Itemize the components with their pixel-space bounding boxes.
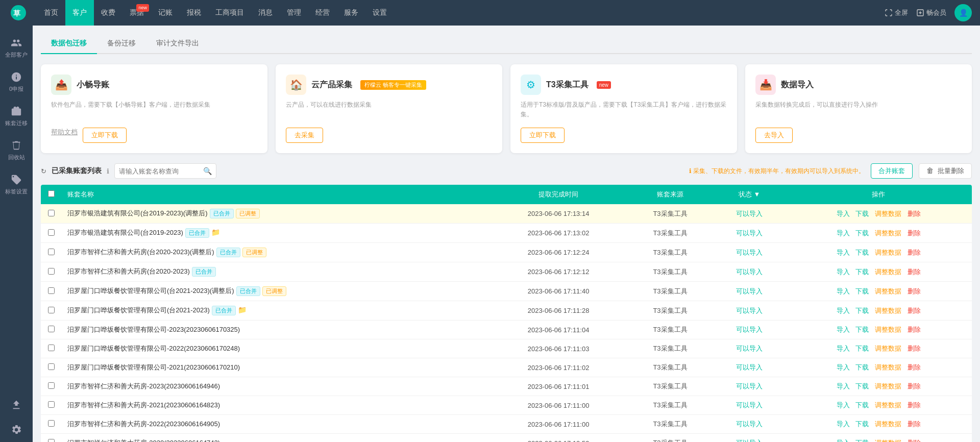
import-action[interactable]: 导入	[837, 401, 850, 409]
tab-backup-migration[interactable]: 备份迁移	[97, 34, 146, 54]
sidebar-item-migrate[interactable]: 账套迁移	[0, 99, 33, 133]
import-action[interactable]: 导入	[837, 382, 850, 390]
adjust-action[interactable]: 调整数据	[875, 401, 901, 409]
search-input[interactable]	[119, 167, 203, 175]
delete-action[interactable]: 删除	[908, 439, 921, 442]
adjust-action[interactable]: 调整数据	[875, 287, 901, 295]
download-action[interactable]: 下载	[855, 345, 869, 352]
adjust-action[interactable]: 调整数据	[875, 307, 901, 314]
row-checkbox[interactable]	[48, 326, 55, 332]
delete-action[interactable]: 删除	[908, 382, 921, 390]
sidebar-item-settings[interactable]	[10, 418, 22, 442]
row-checkbox[interactable]	[48, 287, 55, 294]
user-avatar[interactable]: 👤	[954, 4, 972, 21]
nav-billing[interactable]: 收费	[94, 0, 122, 26]
delete-action[interactable]: 删除	[908, 307, 921, 314]
delete-action[interactable]: 删除	[908, 326, 921, 333]
delete-action[interactable]: 删除	[908, 229, 921, 237]
download-action[interactable]: 下载	[855, 439, 869, 442]
collect-button-cloud[interactable]: 去采集	[286, 128, 323, 143]
download-action[interactable]: 下载	[855, 420, 869, 428]
nav-manage[interactable]: 管理	[280, 0, 308, 26]
row-checkbox[interactable]	[48, 439, 55, 442]
sidebar-item-zero-declare[interactable]: 0申报	[0, 65, 33, 99]
download-now-button-xiaochange[interactable]: 立即下载	[83, 128, 127, 143]
nav-accounting[interactable]: 记账	[151, 0, 180, 26]
import-action[interactable]: 导入	[837, 326, 850, 333]
delete-action[interactable]: 删除	[908, 420, 921, 428]
row-checkbox[interactable]	[48, 210, 55, 216]
download-action[interactable]: 下载	[855, 326, 869, 333]
import-action[interactable]: 导入	[837, 210, 850, 217]
download-action[interactable]: 下载	[855, 268, 869, 276]
folder-icon[interactable]: 📁	[211, 228, 220, 236]
delete-action[interactable]: 删除	[908, 401, 921, 409]
download-action[interactable]: 下载	[855, 307, 869, 314]
delete-action[interactable]: 删除	[908, 287, 921, 295]
nav-customer[interactable]: 客户	[65, 0, 94, 26]
import-action[interactable]: 导入	[837, 420, 850, 428]
adjust-action[interactable]: 调整数据	[875, 249, 901, 256]
row-checkbox[interactable]	[48, 268, 55, 275]
import-action[interactable]: 导入	[837, 249, 850, 256]
adjust-action[interactable]: 调整数据	[875, 268, 901, 276]
delete-action[interactable]: 删除	[908, 249, 921, 256]
nav-message[interactable]: 消息	[251, 0, 280, 26]
delete-action[interactable]: 删除	[908, 363, 921, 371]
member-button[interactable]: 畅会员	[916, 8, 946, 17]
tab-audit-export[interactable]: 审计文件导出	[146, 34, 209, 54]
row-checkbox[interactable]	[48, 249, 55, 255]
app-logo[interactable]: 草	[8, 3, 29, 23]
info-icon[interactable]: ℹ	[107, 167, 109, 175]
help-doc-link[interactable]: 帮助文档	[51, 128, 78, 143]
tab-data-migration[interactable]: 数据包迁移	[41, 34, 97, 54]
row-checkbox[interactable]	[48, 420, 55, 427]
nav-settings[interactable]: 设置	[365, 0, 394, 26]
adjust-action[interactable]: 调整数据	[875, 382, 901, 390]
row-checkbox[interactable]	[48, 382, 55, 389]
col-status[interactable]: 状态 ▼	[714, 185, 786, 204]
row-checkbox[interactable]	[48, 401, 55, 408]
row-checkbox[interactable]	[48, 307, 55, 313]
nav-invoice[interactable]: 票据 new	[122, 0, 151, 26]
sidebar-item-recycle[interactable]: 回收站	[0, 133, 33, 167]
import-action[interactable]: 导入	[837, 345, 850, 352]
import-action[interactable]: 导入	[837, 268, 850, 276]
adjust-action[interactable]: 调整数据	[875, 326, 901, 333]
download-action[interactable]: 下载	[855, 363, 869, 371]
delete-action[interactable]: 删除	[908, 210, 921, 217]
adjust-action[interactable]: 调整数据	[875, 229, 901, 237]
adjust-action[interactable]: 调整数据	[875, 345, 901, 352]
download-action[interactable]: 下载	[855, 382, 869, 390]
delete-action[interactable]: 删除	[908, 345, 921, 352]
nav-home[interactable]: 首页	[37, 0, 65, 26]
delete-action[interactable]: 删除	[908, 268, 921, 276]
adjust-action[interactable]: 调整数据	[875, 210, 901, 217]
batch-delete-button[interactable]: 🗑 批量删除	[919, 163, 972, 179]
nav-operate[interactable]: 经营	[308, 0, 337, 26]
fullscreen-button[interactable]: 全屏	[885, 8, 908, 17]
import-action[interactable]: 导入	[837, 439, 850, 442]
nav-service[interactable]: 服务	[337, 0, 365, 26]
adjust-action[interactable]: 调整数据	[875, 439, 901, 442]
import-action[interactable]: 导入	[837, 307, 850, 314]
select-all-checkbox[interactable]	[48, 190, 55, 197]
download-action[interactable]: 下载	[855, 249, 869, 256]
download-action[interactable]: 下载	[855, 287, 869, 295]
nav-tax[interactable]: 报税	[180, 0, 208, 26]
go-import-button[interactable]: 去导入	[755, 128, 793, 143]
merge-button[interactable]: 合并账套	[871, 163, 913, 179]
row-checkbox[interactable]	[48, 363, 55, 370]
import-action[interactable]: 导入	[837, 363, 850, 371]
adjust-action[interactable]: 调整数据	[875, 420, 901, 428]
search-icon[interactable]: 🔍	[203, 167, 212, 175]
download-action[interactable]: 下载	[855, 210, 869, 217]
sidebar-item-tag[interactable]: 标签设置	[0, 167, 33, 202]
adjust-action[interactable]: 调整数据	[875, 363, 901, 371]
download-action[interactable]: 下载	[855, 401, 869, 409]
import-action[interactable]: 导入	[837, 229, 850, 237]
row-checkbox[interactable]	[48, 229, 55, 236]
refresh-icon[interactable]: ↻	[41, 167, 46, 175]
nav-business[interactable]: 工商项目	[208, 0, 251, 26]
row-checkbox[interactable]	[48, 345, 55, 351]
